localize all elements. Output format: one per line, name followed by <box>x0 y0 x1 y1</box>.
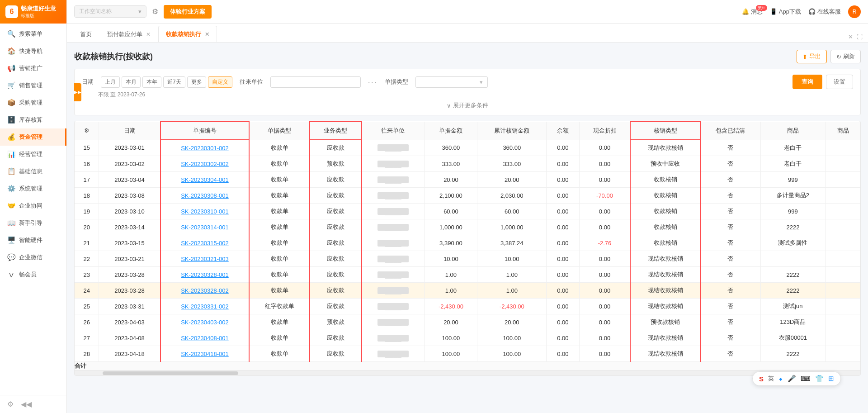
date-btn-more[interactable]: 更多 <box>187 76 206 88</box>
scrollbar-thumb[interactable] <box>103 371 238 375</box>
more-filters-dots[interactable]: ··· <box>368 77 377 87</box>
tab-home[interactable]: 首页 <box>72 26 99 42</box>
sougou-shirt-icon[interactable]: 👕 <box>815 375 824 383</box>
sidebar-item-quicknav[interactable]: 🏠快捷导航 <box>0 43 66 60</box>
date-btn-custom[interactable]: 自定义 <box>208 76 232 88</box>
cell-doc-no[interactable]: SK-20230304-001 <box>160 172 250 188</box>
table-row[interactable]: 22 2023-03-21 SK-20230321-003 收款单 应收款 ██… <box>75 251 860 267</box>
online-service-item[interactable]: 🎧 在线客服 <box>808 8 841 16</box>
table-row[interactable]: 18 2023-03-08 SK-20230308-001 收款单 应收款 ██… <box>75 188 860 204</box>
cell-doc-no[interactable]: SK-20230310-001 <box>160 204 250 219</box>
col-settings[interactable]: ⚙ <box>75 122 99 140</box>
cell-doc-no[interactable]: SK-20230331-002 <box>160 299 250 314</box>
notification-item[interactable]: 🔔 消息 99+ <box>742 8 763 16</box>
sidebar-item-basic[interactable]: 📋基础信息 <box>0 163 66 180</box>
col-partner[interactable]: 往来单位 <box>362 122 425 140</box>
expand-more-button[interactable]: ∨ 展开更多条件 <box>82 101 853 109</box>
user-avatar[interactable]: R <box>848 5 861 18</box>
cell-doc-no[interactable]: SK-20230308-001 <box>160 188 250 204</box>
col-goods2[interactable]: 商品 <box>826 122 860 140</box>
partner-filter-input[interactable] <box>270 76 361 88</box>
date-btn-7days[interactable]: 近7天 <box>163 76 185 88</box>
col-cash-discount[interactable]: 现金折扣 <box>579 122 630 140</box>
cell-doc-no[interactable]: SK-20230403-002 <box>160 314 250 330</box>
col-doc-no[interactable]: 单据编号 <box>160 122 250 140</box>
sougou-mic-icon[interactable]: 🎤 <box>788 375 796 383</box>
setting-button[interactable]: 设置 <box>826 75 853 89</box>
table-row[interactable]: 24 2023-03-28 SK-20230328-002 收款单 应收款 ██… <box>75 283 860 299</box>
table-row[interactable]: 20 2023-03-14 SK-20230314-001 收款单 应收款 ██… <box>75 219 860 235</box>
col-amount[interactable]: 单据金额 <box>425 122 477 140</box>
sidebar-item-system[interactable]: ⚙️系统管理 <box>0 180 66 197</box>
sidebar-item-guide[interactable]: 📖新手引导 <box>0 214 66 232</box>
sidebar-item-search[interactable]: 🔍搜索菜单 <box>0 25 66 43</box>
date-btn-last-month[interactable]: 上月 <box>101 76 120 88</box>
sougou-grid-icon[interactable]: ⊞ <box>828 375 834 383</box>
sougou-bar[interactable]: S 英 ⬥ 🎤 ⌨ 👕 ⊞ <box>752 371 841 386</box>
table-row[interactable]: 25 2023-03-31 SK-20230331-002 红字收款单 应收款 … <box>75 299 860 314</box>
cell-doc-no[interactable]: SK-20230328-002 <box>160 283 250 299</box>
table-row[interactable]: 23 2023-03-28 SK-20230328-001 收款单 应收款 ██… <box>75 267 860 283</box>
gear-icon[interactable]: ⚙ <box>152 7 158 16</box>
solution-button[interactable]: 体验行业方案 <box>164 5 212 19</box>
table-row[interactable]: 21 2023-03-15 SK-20230315-002 收款单 应收款 ██… <box>75 235 860 251</box>
sidebar-item-corp[interactable]: 🤝企业协同 <box>0 197 66 214</box>
sougou-dot-icon[interactable]: ⬥ <box>778 375 783 383</box>
col-date[interactable]: 日期 <box>99 122 160 140</box>
tab-prepay[interactable]: 预付款应付单✕ <box>99 26 158 42</box>
col-write-off-amt[interactable]: 累计核销金额 <box>477 122 547 140</box>
table-row[interactable]: 27 2023-04-08 SK-20230408-001 收款单 应收款 ██… <box>75 330 860 346</box>
sidebar-item-finance[interactable]: 💰资金管理 <box>0 128 66 146</box>
sidebar-item-hardware[interactable]: 🖥️智能硬件 <box>0 232 66 249</box>
table-row[interactable]: 17 2023-03-04 SK-20230304-001 收款单 应收款 ██… <box>75 172 860 188</box>
sougou-en-icon[interactable]: 英 <box>768 375 774 383</box>
date-btn-this-month[interactable]: 本月 <box>122 76 141 88</box>
export-button[interactable]: ⬆ 导出 <box>797 50 827 63</box>
col-doc-type[interactable]: 单据类型 <box>249 122 310 140</box>
col-balance[interactable]: 余额 <box>547 122 579 140</box>
cell-biz-type: 应收款 <box>310 299 361 314</box>
cell-doc-no[interactable]: SK-20230408-001 <box>160 330 250 346</box>
close-window-icon[interactable]: ✕ <box>848 33 853 40</box>
maximize-icon[interactable]: ⛶ <box>857 33 863 40</box>
table-row[interactable]: 19 2023-03-10 SK-20230310-001 收款单 应收款 ██… <box>75 204 860 219</box>
sidebar-item-inventory[interactable]: 🗄️库存核算 <box>0 111 66 128</box>
sidebar-item-member[interactable]: V畅会员 <box>0 266 66 283</box>
cell-doc-no[interactable]: SK-20230302-002 <box>160 156 250 172</box>
col-biz-type[interactable]: 业务类型 <box>310 122 361 140</box>
sidebar-item-marketing[interactable]: 📢营销推广 <box>0 60 66 77</box>
receipt-type-select[interactable]: ▾ <box>415 76 488 88</box>
cell-doc-no[interactable]: SK-20230314-001 <box>160 219 250 235</box>
table-row[interactable]: 26 2023-04-03 SK-20230403-002 收款单 预收款 ██… <box>75 314 860 330</box>
workspace-selector[interactable]: 工作空间名称 ▾ <box>74 5 146 18</box>
cell-cash-discount: 0.00 <box>579 314 630 330</box>
cell-doc-no[interactable]: SK-20230418-001 <box>160 346 250 362</box>
sougou-keyboard-icon[interactable]: ⌨ <box>801 375 811 383</box>
tab-receipts[interactable]: 收款核销执行✕ <box>158 26 217 42</box>
col-goods[interactable]: 商品 <box>760 122 826 140</box>
sidebar-item-purchase[interactable]: 📦采购管理 <box>0 94 66 111</box>
query-button[interactable]: 查询 <box>793 75 822 89</box>
col-include-settled[interactable]: 包含已结清 <box>700 122 760 140</box>
cell-doc-no[interactable]: SK-20230301-002 <box>160 140 250 156</box>
table-row[interactable]: 15 2023-03-01 SK-20230301-002 收款单 应收款 ██… <box>75 140 860 156</box>
date-btn-this-year[interactable]: 本年 <box>142 76 161 88</box>
table-row[interactable]: 16 2023-03-02 SK-20230302-002 收款单 预收款 ██… <box>75 156 860 172</box>
app-download-item[interactable]: 📱 App下载 <box>770 8 801 16</box>
filter-collapse-button[interactable]: ▶▶ <box>74 83 81 101</box>
col-write-off-type[interactable]: 核销类型 <box>630 122 700 140</box>
tab-close-prepay[interactable]: ✕ <box>146 31 151 38</box>
table-scrollbar[interactable] <box>75 370 860 375</box>
cell-doc-no[interactable]: SK-20230315-002 <box>160 235 250 251</box>
table-row[interactable]: 28 2023-04-18 SK-20230418-001 收款单 应收款 ██… <box>75 346 860 362</box>
tab-close-receipts[interactable]: ✕ <box>205 31 209 38</box>
settings-icon[interactable]: ⚙ <box>7 400 14 408</box>
cell-doc-no[interactable]: SK-20230321-003 <box>160 251 250 267</box>
refresh-button[interactable]: ↻ 刷新 <box>830 50 861 63</box>
sidebar-item-sales[interactable]: 🛒销售管理 <box>0 77 66 94</box>
sidebar-item-operation[interactable]: 📊经营管理 <box>0 146 66 163</box>
workspace-chevron[interactable]: ▾ <box>138 8 142 15</box>
collapse-icon[interactable]: ◀◀ <box>21 400 32 408</box>
cell-doc-no[interactable]: SK-20230328-001 <box>160 267 250 283</box>
sidebar-item-wechat[interactable]: 💬企业微信 <box>0 249 66 266</box>
